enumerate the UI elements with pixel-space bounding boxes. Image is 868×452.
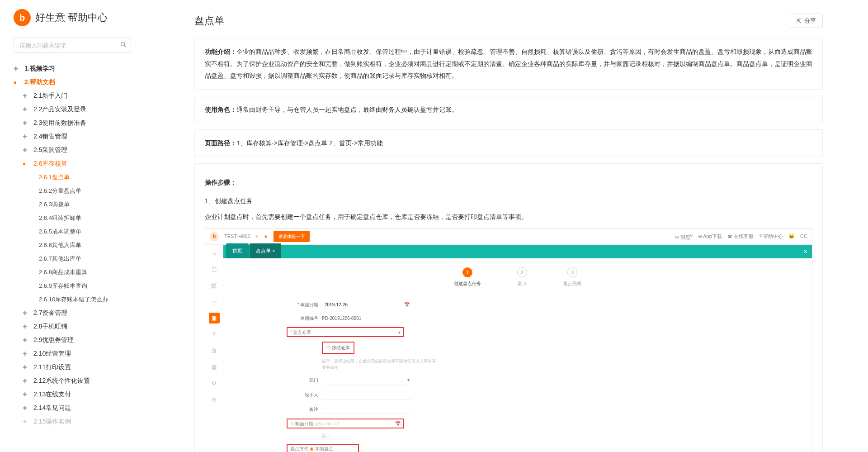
ss-service-link: ☎ 在线客服 — [727, 232, 754, 241]
cube-icon: ◫ — [209, 264, 220, 275]
ss-sidebar: ⌂ ◫ 🛒 ▭ ▣ ¥ 🗑 ▤ ⚙ ⊞ — [205, 245, 223, 452]
ss-method-radio: 盘点方式 ◉ 实物盘点 — [287, 444, 359, 452]
nav-2-9[interactable]: ✚2.9优惠券管理 — [14, 333, 131, 347]
app-logo: b 好生意 帮助中心 — [14, 9, 131, 26]
role-text: 通常由财务主导，与仓管人员一起实地盘点，最终由财务人员确认盈亏并记账。 — [236, 106, 458, 113]
plus-icon: ✚ — [23, 93, 30, 99]
nav-tree: ✚1.视频学习 ●2.帮助文档 ✚2.1新手入门 ✚2.2产品安装及登录 ✚2.… — [14, 62, 131, 428]
steps-box: 操作步骤： 1、创建盘点任务 企业计划盘点时，首先需要创建一个盘点任务，用于确定… — [194, 163, 823, 452]
sidebar: b 好生意 帮助中心 ✚1.视频学习 ●2.帮助文档 ✚2.1新手入门 ✚2.2… — [0, 0, 140, 452]
ss-app-link: ⊕ App下载 — [698, 232, 722, 241]
search-box — [14, 38, 131, 53]
ss-no-value: PD-20191226-0001 — [322, 314, 361, 323]
close-icon: × — [799, 246, 812, 258]
nav-2-5[interactable]: ✚2.5采购管理 — [14, 143, 131, 157]
folder-icon: ▭ — [209, 296, 220, 307]
home-icon: ⌂ — [209, 247, 220, 258]
calendar-icon: 📅 — [404, 300, 410, 309]
nav-2-14[interactable]: ✚2.14常见问题 — [14, 401, 131, 415]
minus-icon: ● — [23, 161, 30, 167]
nav-2-10[interactable]: ✚2.10经营管理 — [14, 347, 131, 361]
step1-desc: 企业计划盘点时，首先需要创建一个盘点任务，用于确定盘点仓库，仓库是否要冻结，是否… — [205, 211, 812, 223]
role-label: 使用角色： — [205, 106, 236, 113]
intro-label: 功能介绍： — [205, 48, 236, 55]
ss-msg-link: ✉ 消息0 — [675, 232, 693, 242]
ss-remark-input — [322, 404, 412, 414]
share-icon: ⇱ — [797, 18, 802, 24]
nav-2-12[interactable]: ✚2.12系统个性化设置 — [14, 374, 131, 388]
nav-2-1[interactable]: ✚2.1新手入门 — [14, 89, 131, 103]
plus-icon: ✚ — [23, 106, 30, 113]
nav-2-15[interactable]: ✚2.15操作实例 — [14, 415, 131, 428]
plus-icon: ✚ — [23, 324, 30, 330]
ss-help-link: ? 帮助中心 — [759, 232, 783, 241]
nav-2-13[interactable]: ✚2.13在线支付 — [14, 388, 131, 401]
minus-icon: ● — [14, 79, 21, 86]
nav-2-8[interactable]: ✚2.8手机旺铺 — [14, 320, 131, 333]
ss-date-value: 2019-12-26📅 — [322, 300, 412, 309]
plus-icon: ✚ — [23, 337, 30, 343]
nav-2-2[interactable]: ✚2.2产品安装及登录 — [14, 103, 131, 116]
nav-2-6-7[interactable]: 2.6.7其他出库单 — [14, 252, 131, 266]
nav-2-6-1[interactable]: 2.6.1盘点单 — [14, 171, 131, 184]
ss-form: *单据日期2019-12-26📅 单据编号PD-20191226-0001 *盘… — [223, 290, 812, 452]
intro-box: 功能介绍：企业的商品品种多、收发频繁，在日常商品收发、保管过程中，由于计量错误、… — [194, 38, 823, 90]
ss-freeze-hint: 提示：选择冻结后，在盘点完成前该仓库不能做任何出入库单等业务操作 — [322, 358, 439, 371]
chart-icon: ▤ — [209, 362, 220, 372]
plus-icon: ✚ — [23, 351, 30, 357]
calendar-icon: 📅 — [395, 419, 401, 428]
ss-period-input: ⊙ 账面日期 yyyy-mm-dd📅 — [287, 419, 404, 428]
main-content: 盘点单 ⇱ 分享 功能介绍：企业的商品品种多、收发频繁，在日常商品收发、保管过程… — [140, 0, 863, 452]
app-name: 好生意 帮助中心 — [35, 11, 108, 24]
search-input[interactable] — [14, 38, 131, 53]
nav-2-4[interactable]: ✚2.4销售管理 — [14, 130, 131, 143]
nav-2-6-9[interactable]: 2.6.9库存账本查询 — [14, 279, 131, 293]
nav-2-6-5[interactable]: 2.6.5成本调整单 — [14, 225, 131, 238]
chevron-down-icon: ▾ — [398, 328, 401, 337]
cart-icon: 🛒 — [209, 280, 220, 291]
ss-tenant: TEST-H002 — [224, 232, 250, 241]
nav-video[interactable]: ✚1.视频学习 — [14, 62, 131, 76]
ss-tab-current: 盘点单 × — [250, 243, 281, 258]
plus-icon: ✚ — [23, 405, 30, 411]
nav-2-6-10[interactable]: 2.6.10库存账本错了怎么办 — [14, 293, 131, 306]
page-title: 盘点单 — [194, 14, 224, 28]
nav-2-6[interactable]: ●2.6库存核算 — [14, 157, 131, 171]
gear-icon: ⚙ — [209, 378, 220, 389]
embedded-screenshot: b TEST-H002 ▾ ★ 邀请体验一下 ✉ 消息0 ⊕ App下载 ☎ 在… — [205, 228, 812, 452]
nav-2-6-2[interactable]: 2.6.2分量盘点单 — [14, 184, 131, 198]
path-label: 页面路径： — [205, 139, 236, 147]
ss-period-hint: 提示 — [322, 433, 439, 439]
chevron-down-icon: ▾ — [407, 376, 410, 384]
share-button[interactable]: ⇱ 分享 — [790, 14, 823, 28]
wallet-icon: ¥ — [209, 329, 220, 340]
plus-icon: ✚ — [23, 419, 30, 425]
path-text: 1、库存核算->库存管理->盘点单 2、首页->常用功能 — [236, 139, 383, 147]
grid-icon: ⊞ — [209, 394, 220, 405]
path-box: 页面路径：1、库存核算->库存管理->盘点单 2、首页->常用功能 — [194, 129, 823, 157]
nav-2-7[interactable]: ✚2.7资金管理 — [14, 306, 131, 320]
nav-2-6-3[interactable]: 2.6.3调拨单 — [14, 198, 131, 211]
ss-person-input — [322, 390, 412, 400]
role-box: 使用角色：通常由财务主导，与仓管人员一起实地盘点，最终由财务人员确认盈亏并记账。 — [194, 96, 823, 124]
plus-icon: ✚ — [23, 364, 30, 371]
nav-2-11[interactable]: ✚2.11打印设置 — [14, 361, 131, 374]
ss-logo-icon: b — [210, 232, 219, 241]
plus-icon: ✚ — [23, 391, 30, 398]
plus-icon: ✚ — [23, 378, 30, 384]
ss-tabs: 首页 盘点单 × × — [223, 245, 812, 258]
plus-icon: ✚ — [14, 66, 21, 72]
ss-freeze-button: ☐ 冻结仓库 — [322, 342, 354, 354]
nav-2-6-4[interactable]: 2.6.4组装拆卸单 — [14, 211, 131, 225]
step1-number: 1、创建盘点任务 — [205, 195, 812, 207]
nav-2-6-8[interactable]: 2.6.8商品成本重算 — [14, 266, 131, 279]
plus-icon: ✚ — [23, 310, 30, 316]
steps-title: 操作步骤： — [205, 176, 812, 189]
trash-icon: 🗑 — [209, 345, 220, 356]
ss-username: CC — [800, 232, 807, 241]
nav-2-3[interactable]: ✚2.3使用前数据准备 — [14, 116, 131, 130]
ss-invite-button: 邀请体验一下 — [274, 231, 310, 242]
nav-2-6-6[interactable]: 2.6.6其他入库单 — [14, 238, 131, 252]
nav-help-docs[interactable]: ●2.帮助文档 — [14, 76, 131, 89]
logo-icon: b — [14, 9, 31, 26]
